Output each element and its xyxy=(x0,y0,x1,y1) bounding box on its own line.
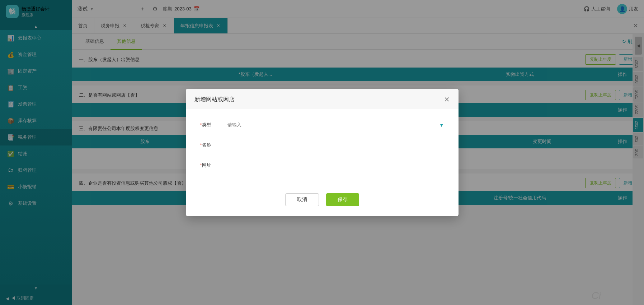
modal-overlay: 新增网站或网店 ✕ *type类型 ▼ *名称 xyxy=(0,0,644,305)
name-label: *名称 xyxy=(200,142,222,148)
cancel-button[interactable]: 取消 xyxy=(285,193,319,206)
type-select-wrap: ▼ xyxy=(227,120,444,130)
form-row-name: *名称 xyxy=(200,140,444,150)
modal-header: 新增网站或网店 ✕ xyxy=(186,89,459,109)
required-mark: * xyxy=(200,162,202,168)
modal-add-website: 新增网站或网店 ✕ *type类型 ▼ *名称 xyxy=(186,89,459,216)
required-mark: * xyxy=(200,142,202,148)
type-select[interactable] xyxy=(227,120,444,130)
modal-close-button[interactable]: ✕ xyxy=(444,95,450,104)
url-input[interactable] xyxy=(227,160,444,170)
modal-title: 新增网站或网店 xyxy=(194,96,235,103)
type-label: *type类型 xyxy=(200,122,222,128)
form-row-url: *网址 xyxy=(200,160,444,170)
required-mark: * xyxy=(200,122,202,128)
save-button[interactable]: 保存 xyxy=(326,193,359,206)
url-label: *网址 xyxy=(200,162,222,168)
modal-body: *type类型 ▼ *名称 *网址 xyxy=(186,109,459,189)
name-input[interactable] xyxy=(227,140,444,150)
form-row-type: *type类型 ▼ xyxy=(200,120,444,130)
modal-footer: 取消 保存 xyxy=(186,189,459,216)
